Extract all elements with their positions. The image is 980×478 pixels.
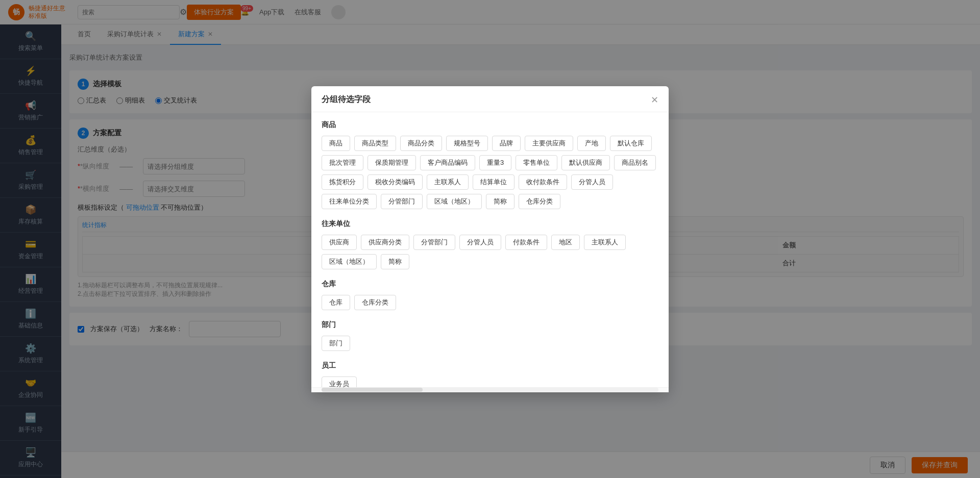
modal-title: 分组待选字段: [322, 94, 371, 105]
modal-footer-scroll: [311, 387, 669, 392]
field-tag-unit_category[interactable]: 往来单位分类: [322, 194, 377, 209]
field-tag-default_warehouse[interactable]: 默认仓库: [610, 136, 652, 151]
field-tag-region[interactable]: 区域（地区）: [427, 194, 482, 209]
field-tags-3: 部门: [322, 336, 658, 351]
field-tags-0: 商品商品类型商品分类规格型号品牌主要供应商产地默认仓库批次管理保质期管理客户商品…: [322, 136, 658, 209]
field-tag-weight3[interactable]: 重量3: [479, 155, 511, 170]
field-tag-main_contact[interactable]: 主联系人: [427, 174, 469, 190]
field-tag-brand[interactable]: 品牌: [492, 136, 521, 151]
field-tag-expiry_mgmt[interactable]: 保质期管理: [368, 155, 416, 170]
field-tag-retail_unit[interactable]: 零售单位: [516, 155, 557, 170]
field-tag-wh_category[interactable]: 仓库分类: [354, 295, 396, 310]
field-tag-unit_abbr[interactable]: 简称: [381, 254, 409, 269]
field-tag-salesperson[interactable]: 业务员: [322, 376, 357, 387]
field-select-modal: 分组待选字段 ✕ 商品商品商品类型商品分类规格型号品牌主要供应商产地默认仓库批次…: [311, 86, 669, 392]
field-tag-customer_goods_code[interactable]: 客户商品编码: [420, 155, 475, 170]
field-section-0: 商品商品商品类型商品分类规格型号品牌主要供应商产地默认仓库批次管理保质期管理客户…: [322, 120, 658, 209]
field-tag-charge_dept[interactable]: 分管部门: [381, 194, 423, 209]
field-section-2: 仓库仓库仓库分类: [322, 280, 658, 310]
field-tag-charge_person[interactable]: 分管人员: [571, 174, 613, 190]
field-tag-main_supplier[interactable]: 主要供应商: [525, 136, 573, 151]
section-title-2: 仓库: [322, 280, 658, 289]
field-tag-goods_category[interactable]: 商品分类: [400, 136, 442, 151]
field-tag-unit_charge_person[interactable]: 分管人员: [459, 235, 501, 250]
field-tag-supplier[interactable]: 供应商: [322, 235, 357, 250]
field-tag-goods_alias[interactable]: 商品别名: [614, 155, 656, 170]
modal-overlay[interactable]: 分组待选字段 ✕ 商品商品商品类型商品分类规格型号品牌主要供应商产地默认仓库批次…: [0, 0, 980, 478]
section-title-3: 部门: [322, 320, 658, 330]
field-tag-unit_charge_dept[interactable]: 分管部门: [413, 235, 455, 250]
field-tags-2: 仓库仓库分类: [322, 295, 658, 310]
field-tag-payment_cond[interactable]: 付款条件: [505, 235, 547, 250]
field-tag-goods_spec[interactable]: 规格型号: [446, 136, 488, 151]
field-tag-tax_category_code[interactable]: 税收分类编码: [368, 174, 423, 190]
field-tags-1: 供应商供应商分类分管部门分管人员付款条件地区主联系人区域（地区）简称: [322, 235, 658, 269]
field-tag-unit_main_contact[interactable]: 主联系人: [584, 235, 626, 250]
field-tag-abbr[interactable]: 简称: [486, 194, 514, 209]
horizontal-scrollbar[interactable]: [322, 388, 658, 392]
field-tag-default_supplier[interactable]: 默认供应商: [561, 155, 610, 170]
field-section-3: 部门部门: [322, 320, 658, 351]
field-tag-district[interactable]: 地区: [551, 235, 580, 250]
modal-header: 分组待选字段 ✕: [311, 86, 669, 112]
section-title-4: 员工: [322, 361, 658, 370]
field-tag-payment_terms[interactable]: 收付款条件: [519, 174, 567, 190]
field-tag-goods_type[interactable]: 商品类型: [354, 136, 396, 151]
field-tags-4: 业务员: [322, 376, 658, 387]
field-tag-batch_mgmt[interactable]: 批次管理: [322, 155, 363, 170]
field-tag-dept[interactable]: 部门: [322, 336, 350, 351]
field-tag-pick_score[interactable]: 拣货积分: [322, 174, 363, 190]
field-tag-warehouse_category[interactable]: 仓库分类: [519, 194, 560, 209]
modal-body: 商品商品商品类型商品分类规格型号品牌主要供应商产地默认仓库批次管理保质期管理客户…: [311, 112, 669, 387]
field-tag-warehouse[interactable]: 仓库: [322, 295, 350, 310]
field-tag-goods[interactable]: 商品: [322, 136, 350, 151]
field-tag-settlement_unit[interactable]: 结算单位: [473, 174, 514, 190]
section-title-1: 往来单位: [322, 219, 658, 229]
close-icon[interactable]: ✕: [651, 94, 658, 106]
field-section-4: 员工业务员: [322, 361, 658, 387]
field-tag-origin[interactable]: 产地: [577, 136, 606, 151]
field-tag-unit_region[interactable]: 区域（地区）: [322, 254, 377, 269]
field-tag-supplier_category[interactable]: 供应商分类: [361, 235, 409, 250]
scrollbar-thumb: [322, 388, 423, 392]
field-section-1: 往来单位供应商供应商分类分管部门分管人员付款条件地区主联系人区域（地区）简称: [322, 219, 658, 269]
section-title-0: 商品: [322, 120, 658, 130]
